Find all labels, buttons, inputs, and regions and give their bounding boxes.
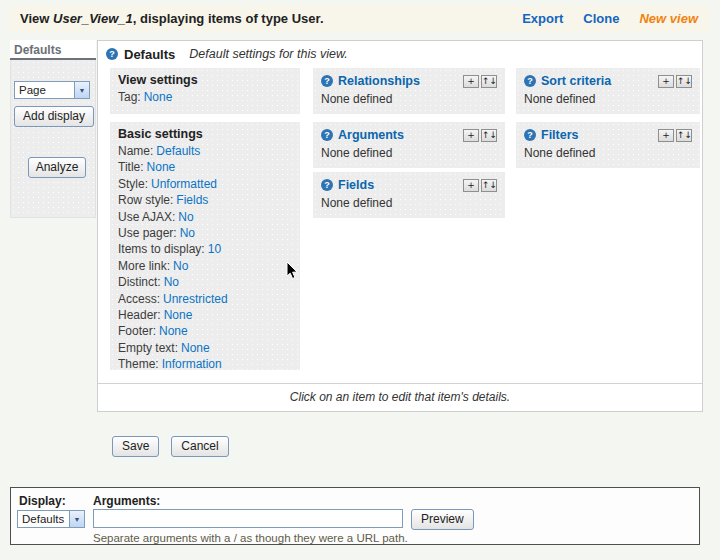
setting-link[interactable]: No <box>173 259 188 273</box>
basic-settings-title: Basic settings <box>118 126 292 143</box>
setting-link[interactable]: 10 <box>208 242 221 256</box>
setting-link[interactable]: None <box>181 341 210 355</box>
view-settings-title: View settings <box>118 72 292 89</box>
help-icon[interactable]: ? <box>524 129 536 141</box>
setting-row-footer: Footer:None <box>118 323 292 339</box>
view-settings-panel: View settings Tag:None <box>110 68 300 114</box>
setting-row-more-link: More link:No <box>118 258 292 274</box>
save-button[interactable]: Save <box>112 436 159 457</box>
add-field-button[interactable]: + <box>463 179 479 192</box>
live-preview-panel: Display: Arguments: Defaults ▼ Preview S… <box>10 487 700 545</box>
header-links: Export Clone New view <box>522 11 698 26</box>
setting-link[interactable]: Unrestricted <box>163 292 228 306</box>
clone-link[interactable]: Clone <box>583 11 619 26</box>
rearrange-sorts-button[interactable]: ↑↓ <box>676 75 692 88</box>
add-argument-button[interactable]: + <box>463 129 479 142</box>
setting-row-style: Style:Unformatted <box>118 176 292 192</box>
arguments-label: Arguments: <box>93 494 160 508</box>
filters-link[interactable]: Filters <box>541 128 579 142</box>
setting-row-distinct: Distinct:No <box>118 274 292 290</box>
setting-row-items-to-display: Items to display:10 <box>118 241 292 257</box>
setting-link[interactable]: Fields <box>176 193 208 207</box>
setting-link[interactable]: No <box>180 226 195 240</box>
arguments-help-text: Separate arguments with a / as though th… <box>93 532 408 544</box>
fields-link[interactable]: Fields <box>338 178 374 192</box>
display-type-select-value: Page <box>15 82 74 98</box>
setting-row-header: Header:None <box>118 307 292 323</box>
rearrange-fields-button[interactable]: ↑↓ <box>481 179 497 192</box>
relationships-link[interactable]: Relationships <box>338 74 420 88</box>
preview-display-select-value: Defaults <box>18 511 69 527</box>
analyze-button[interactable]: Analyze <box>28 157 86 178</box>
title-prefix: View <box>20 11 53 26</box>
setting-link[interactable]: None <box>164 308 193 322</box>
setting-link[interactable]: No <box>178 210 193 224</box>
preview-button[interactable]: Preview <box>411 509 474 530</box>
basic-settings-panel: Basic settings Name:Defaults Title:None … <box>110 122 300 370</box>
setting-link[interactable]: None <box>159 324 188 338</box>
help-icon[interactable]: ? <box>106 48 118 60</box>
arguments-link[interactable]: Arguments <box>338 128 404 142</box>
display-heading-description: Default settings for this view. <box>189 47 347 61</box>
rearrange-relationships-button[interactable]: ↑↓ <box>481 75 497 88</box>
setting-link[interactable]: None <box>147 160 176 174</box>
display-heading: ? Defaults Default settings for this vie… <box>106 46 348 62</box>
filters-panel: ? Filters + ↑↓ None defined <box>516 122 700 168</box>
cancel-button[interactable]: Cancel <box>171 436 228 457</box>
setting-link[interactable]: Information <box>162 357 222 371</box>
preview-arguments-input[interactable] <box>93 509 403 528</box>
setting-link[interactable]: None <box>144 90 173 104</box>
setting-link[interactable]: No <box>164 275 179 289</box>
new-view-link[interactable]: New view <box>639 11 698 26</box>
setting-row-theme: Theme:Information <box>118 356 292 372</box>
sort-criteria-link[interactable]: Sort criteria <box>541 74 611 88</box>
help-icon[interactable]: ? <box>524 75 536 87</box>
setting-row-title: Title:None <box>118 159 292 175</box>
setting-link[interactable]: Defaults <box>156 144 200 158</box>
view-name: User_View_1 <box>53 11 133 26</box>
arguments-panel: ? Arguments + ↑↓ None defined <box>313 122 505 168</box>
display-type-select[interactable]: Page ▼ <box>14 81 90 99</box>
fields-empty-text: None defined <box>321 195 497 212</box>
add-sort-button[interactable]: + <box>658 75 674 88</box>
mouse-cursor-icon <box>286 261 299 280</box>
setting-row-access: Access:Unrestricted <box>118 291 292 307</box>
setting-row-empty-text: Empty text:None <box>118 340 292 356</box>
help-icon[interactable]: ? <box>321 75 333 87</box>
display-heading-title: Defaults <box>124 47 175 62</box>
sort-criteria-empty-text: None defined <box>524 91 692 108</box>
preview-display-select[interactable]: Defaults ▼ <box>17 510 85 528</box>
setting-row-row-style: Row style:Fields <box>118 192 292 208</box>
edit-hint: Click on an item to edit that item's det… <box>98 383 702 411</box>
tab-defaults[interactable]: Defaults <box>10 40 96 60</box>
setting-link[interactable]: Unformatted <box>151 177 217 191</box>
add-display-button[interactable]: Add display <box>14 106 94 127</box>
setting-row-use-ajax: Use AJAX:No <box>118 209 292 225</box>
rearrange-filters-button[interactable]: ↑↓ <box>676 129 692 142</box>
page-title: View User_View_1, displaying items of ty… <box>20 11 522 26</box>
add-relationship-button[interactable]: + <box>463 75 479 88</box>
display-settings-region: ? Defaults Default settings for this vie… <box>97 40 703 412</box>
relationships-empty-text: None defined <box>321 91 497 108</box>
filters-empty-text: None defined <box>524 145 692 162</box>
export-link[interactable]: Export <box>522 11 563 26</box>
rearrange-arguments-button[interactable]: ↑↓ <box>481 129 497 142</box>
display-label: Display: <box>19 494 66 508</box>
help-icon[interactable]: ? <box>321 179 333 191</box>
relationships-panel: ? Relationships + ↑↓ None defined <box>313 68 505 114</box>
setting-row-name: Name:Defaults <box>118 143 292 159</box>
arguments-empty-text: None defined <box>321 145 497 162</box>
title-suffix: , displaying items of type User. <box>133 11 324 26</box>
setting-row-tag: Tag:None <box>118 89 292 105</box>
add-filter-button[interactable]: + <box>658 129 674 142</box>
view-header-bar: View User_View_1, displaying items of ty… <box>8 5 710 32</box>
fields-panel: ? Fields + ↑↓ None defined <box>313 172 505 218</box>
setting-row-use-pager: Use pager:No <box>118 225 292 241</box>
chevron-down-icon: ▼ <box>74 82 89 98</box>
display-sidebar: Defaults Page ▼ Add display Analyze <box>10 40 96 218</box>
sort-criteria-panel: ? Sort criteria + ↑↓ None defined <box>516 68 700 114</box>
help-icon[interactable]: ? <box>321 129 333 141</box>
display-controls-panel: Page ▼ Add display Analyze <box>10 60 96 218</box>
views-ui-page: { "colors": { "link_blue": "#0b6fba", "n… <box>0 0 720 560</box>
chevron-down-icon: ▼ <box>69 511 84 527</box>
